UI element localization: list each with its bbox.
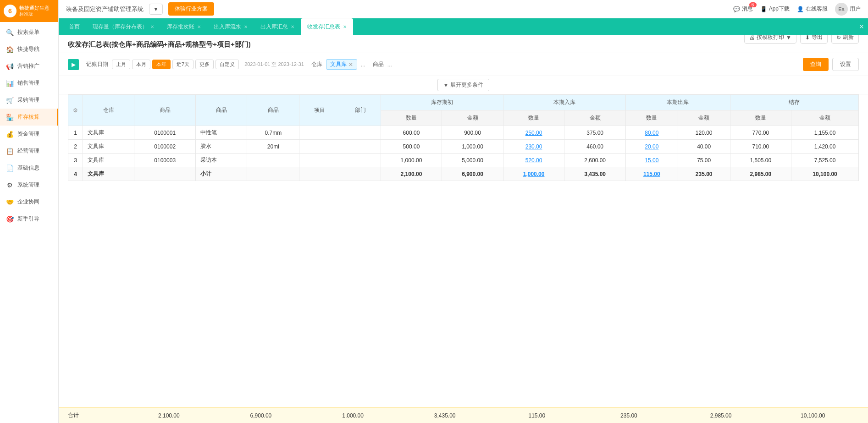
logo-title: 畅捷通好生意: [19, 5, 50, 11]
expand-chevron-icon: ▼: [443, 82, 449, 88]
page-title-bar: 收发存汇总表(按仓库+商品编码+商品+规格型号+项目+部门) 🖨 按模板打印 ▼…: [59, 35, 868, 53]
sidebar-item-purchase[interactable]: 🛒 采购管理: [0, 92, 58, 109]
row-spec: 20ml: [247, 140, 299, 154]
refresh-button[interactable]: ↻ 刷新: [831, 35, 859, 44]
tab-inout-summary-close[interactable]: ✕: [291, 24, 294, 29]
col-spec-th: 商品: [247, 95, 299, 126]
sidebar-item-enterprise[interactable]: 🤝 企业协同: [0, 193, 58, 210]
sidebar-item-system[interactable]: ⚙ 系统管理: [0, 176, 58, 193]
sidebar-item-operations[interactable]: 📋 经营管理: [0, 143, 58, 159]
row-in-qty[interactable]: 520.00: [503, 154, 564, 167]
tab-inout-summary-label: 出入库汇总: [260, 23, 288, 31]
sidebar-item-finance[interactable]: 💰 资金管理: [0, 126, 58, 143]
tab-collect-summary[interactable]: 收发存汇总表 ✕: [301, 18, 353, 35]
filter-toggle-button[interactable]: ▶: [68, 59, 79, 70]
tab-inventory-dist-close[interactable]: ✕: [150, 24, 154, 29]
online-service-label: 在线客服: [806, 5, 828, 13]
tab-inout-summary[interactable]: 出入库汇总 ✕: [254, 18, 301, 35]
total-label: 合计: [68, 412, 123, 419]
row-no: 2: [68, 140, 83, 154]
sidebar-item-search[interactable]: 🔍 搜索菜单: [0, 24, 58, 41]
tab-batch[interactable]: 库存批次账 ✕: [160, 18, 207, 35]
export-button[interactable]: ⬇ 导出: [800, 35, 828, 44]
tab-bar-close-button[interactable]: ✕: [859, 23, 864, 30]
sidebar-item-marketing[interactable]: 📢 营销推广: [0, 58, 58, 75]
goods-more-btn[interactable]: ...: [387, 61, 392, 68]
col-in-amt-th: 金额: [564, 110, 626, 126]
message-badge[interactable]: 💬 消息 6: [733, 5, 753, 13]
date-7days[interactable]: 近7天: [172, 60, 194, 69]
export-icon: ⬇: [805, 35, 810, 41]
row-no: 1: [68, 126, 83, 140]
query-actions: 查询 设置: [803, 58, 859, 71]
user-section[interactable]: Ea 用户: [835, 3, 861, 16]
refresh-label: 刷新: [843, 35, 854, 41]
expand-more-row: ▼ 展开更多条件: [59, 76, 868, 94]
col-open-th: 库存期初: [381, 95, 503, 110]
experience-button[interactable]: 体验行业方案: [168, 2, 214, 16]
tab-inout-flow-close[interactable]: ✕: [244, 24, 248, 29]
sidebar-item-label: 快捷导航: [17, 45, 39, 53]
tab-inout-flow[interactable]: 出入库流水 ✕: [207, 18, 254, 35]
newbie-icon: 🎯: [6, 215, 14, 223]
date-this-year[interactable]: 本年: [152, 60, 171, 69]
subtotal-bal-amt: 10,100.00: [791, 167, 859, 181]
subtotal-out-amt: 235.00: [678, 167, 730, 181]
app-download-btn[interactable]: 📱 App下载: [760, 5, 790, 13]
sidebar-item-quick[interactable]: 🏠 快捷导航: [0, 41, 58, 58]
sidebar-item-label: 经营管理: [17, 147, 39, 155]
sidebar-item-inventory[interactable]: 🏪 库存核算: [0, 109, 58, 126]
date-filter-group: 记账日期 上月 本月 本年 近7天 更多 自定义 2023-01-01 至 20…: [86, 60, 304, 69]
summary-table: ⚙ 仓库 商品 商品 商品 项目 部门 库存期初 本期入库 本期出库 结存 数量: [68, 94, 859, 181]
warehouse-tag-close[interactable]: ✕: [348, 61, 353, 68]
date-more[interactable]: 更多: [195, 60, 214, 69]
tab-batch-close[interactable]: ✕: [197, 24, 201, 29]
row-in-qty[interactable]: 230.00: [503, 140, 564, 154]
row-bal-qty: 770.00: [730, 126, 791, 140]
total-bar: 合计 2,100.00 6,900.00 1,000.00 3,435.00 1…: [59, 407, 868, 423]
print-button[interactable]: 🖨 按模板打印 ▼: [744, 35, 796, 44]
sidebar-item-sales[interactable]: 📊 销售管理: [0, 75, 58, 92]
sidebar-item-newbie[interactable]: 🎯 新手引导: [0, 210, 58, 227]
row-out-qty[interactable]: 15.00: [625, 154, 678, 167]
tab-inventory-dist[interactable]: 现存量（库存分布表） ✕: [86, 18, 160, 35]
online-service-btn[interactable]: 👤 在线客服: [797, 5, 828, 13]
col-project-th: 项目: [299, 95, 340, 126]
row-project: [299, 126, 340, 140]
row-project: [299, 140, 340, 154]
row-in-qty[interactable]: 250.00: [503, 126, 564, 140]
expand-more-button[interactable]: ▼ 展开更多条件: [437, 79, 490, 91]
date-range-display: 2023-01-01 至 2023-12-31: [244, 61, 304, 68]
date-this-month[interactable]: 本月: [132, 60, 150, 69]
subtotal-code: [134, 167, 196, 181]
row-out-qty[interactable]: 80.00: [625, 126, 678, 140]
table-row: 1 文具库 0100001 中性笔 0.7mm 600.00 900.00 25…: [68, 126, 859, 140]
marketing-icon: 📢: [6, 63, 14, 70]
col-bal-amt-th: 金额: [791, 110, 859, 126]
subtotal-in-qty[interactable]: 1,000.00: [503, 167, 564, 181]
date-custom[interactable]: 自定义: [216, 60, 239, 69]
inventory-icon: 🏪: [6, 114, 14, 121]
tab-home[interactable]: 首页: [62, 18, 86, 35]
subtotal-out-qty[interactable]: 115.00: [625, 167, 678, 181]
sidebar-item-label: 销售管理: [17, 79, 39, 87]
sidebar-item-base-info[interactable]: 📄 基础信息: [0, 159, 58, 176]
header-settings-button[interactable]: ▼: [149, 4, 163, 15]
col-name-th: 商品: [195, 95, 247, 126]
filter-settings-button[interactable]: 设置: [832, 58, 859, 71]
query-button[interactable]: 查询: [803, 58, 829, 71]
date-last-month[interactable]: 上月: [112, 60, 130, 69]
col-out-th: 本期出库: [625, 95, 730, 110]
user-label: 用户: [850, 5, 861, 13]
total-values: 2,100.00 6,900.00 1,000.00 3,435.00 115.…: [123, 412, 859, 419]
tab-collect-summary-close[interactable]: ✕: [343, 24, 347, 29]
subtotal-bal-qty: 2,985.00: [730, 167, 791, 181]
subtotal-label: 小计: [195, 167, 247, 181]
row-in-amt: 2,600.00: [564, 154, 626, 167]
top-header: 装备及固定资产辅助管理系统 ▼ 体验行业方案 💬 消息 6 📱 App下载 👤 …: [59, 0, 868, 18]
date-filter-label: 记账日期: [86, 60, 108, 68]
row-out-qty[interactable]: 20.00: [625, 140, 678, 154]
sales-icon: 📊: [6, 80, 14, 87]
col-settings-th[interactable]: ⚙: [68, 95, 83, 126]
warehouse-more-btn[interactable]: ...: [361, 61, 365, 68]
